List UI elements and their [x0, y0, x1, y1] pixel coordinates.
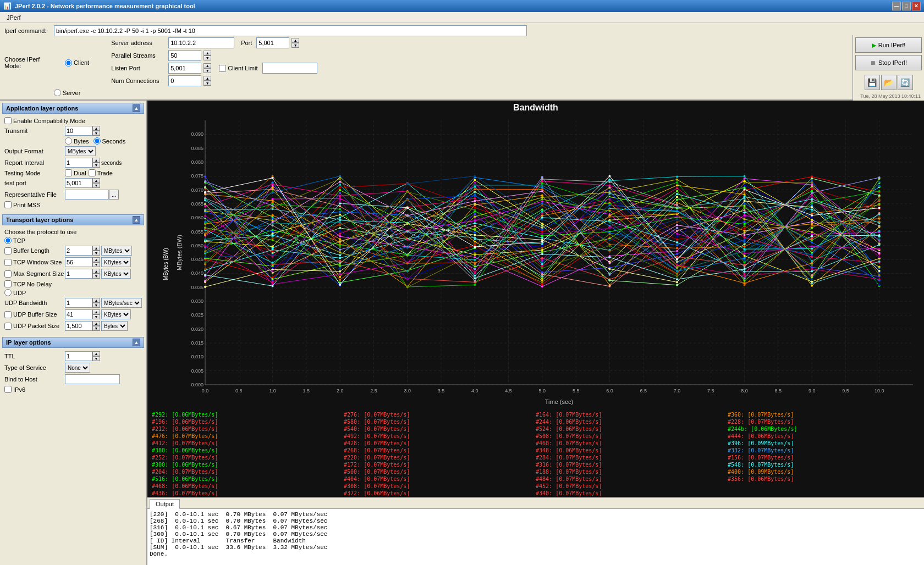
- listen-port-spinner[interactable]: ▲ ▼: [204, 63, 211, 73]
- udp-packet-checkbox[interactable]: [4, 323, 12, 330]
- port-spinner[interactable]: ▲ ▼: [292, 38, 299, 48]
- tcp-nodelay-checkbox[interactable]: [4, 280, 12, 287]
- report-down[interactable]: ▼: [92, 163, 100, 168]
- server-radio-label[interactable]: Server: [54, 89, 80, 96]
- print-mss-checkbox[interactable]: [4, 201, 12, 208]
- udp-packet-unit[interactable]: Bytes: [101, 321, 128, 331]
- udp-packet-input[interactable]: [65, 321, 92, 331]
- tcp-window-checkbox[interactable]: [4, 259, 12, 266]
- listen-port-down[interactable]: ▼: [204, 68, 211, 73]
- tcp-window-unit[interactable]: KBytes: [101, 257, 131, 267]
- udp-packet-label[interactable]: UDP Packet Size: [4, 323, 65, 330]
- enable-compat-checkbox[interactable]: [4, 117, 12, 124]
- load-config-button[interactable]: 📂: [881, 75, 897, 90]
- udp-buffer-label[interactable]: UDP Buffer Size: [4, 311, 65, 318]
- udp-buffer-checkbox[interactable]: [4, 311, 12, 318]
- udp-buffer-spinner[interactable]: ▲ ▼: [92, 309, 100, 319]
- buffer-length-checkbox[interactable]: [4, 247, 12, 254]
- udp-bandwidth-input[interactable]: [65, 298, 92, 308]
- buffer-length-input[interactable]: [65, 246, 92, 256]
- num-connections-spinner[interactable]: ▲ ▼: [204, 76, 211, 86]
- ipv6-checkbox[interactable]: [4, 386, 12, 393]
- tcp-window-spinner[interactable]: ▲ ▼: [92, 257, 100, 267]
- max-seg-checkbox[interactable]: [4, 270, 12, 278]
- save-config-button[interactable]: 💾: [865, 75, 880, 90]
- bind-host-input[interactable]: [65, 374, 120, 384]
- buffer-length-spinner[interactable]: ▲ ▼: [92, 246, 100, 256]
- transmit-input[interactable]: [65, 126, 92, 136]
- test-port-input[interactable]: [65, 178, 92, 188]
- output-tab[interactable]: Output: [150, 499, 180, 509]
- port-input[interactable]: [256, 37, 289, 48]
- enable-compat-label[interactable]: Enable Compatibility Mode: [4, 117, 85, 124]
- ip-layer-header[interactable]: IP layer options ▲: [2, 337, 144, 348]
- parallel-streams-input[interactable]: [168, 50, 201, 61]
- client-radio-label[interactable]: Client: [65, 59, 89, 67]
- parallel-down[interactable]: ▼: [204, 56, 211, 60]
- report-interval-spinner[interactable]: ▲ ▼: [92, 158, 100, 168]
- bytes-radio[interactable]: [65, 137, 72, 145]
- dual-label[interactable]: Dual: [65, 169, 86, 176]
- seconds-radio-label[interactable]: Seconds: [94, 137, 126, 145]
- udp-radio-label[interactable]: UDP: [4, 289, 26, 296]
- listen-port-up[interactable]: ▲: [204, 63, 211, 68]
- refresh-button[interactable]: 🔄: [898, 75, 913, 90]
- trade-label[interactable]: Trade: [89, 169, 113, 176]
- tcp-radio[interactable]: [4, 237, 12, 244]
- udp-buffer-unit[interactable]: KBytes: [101, 309, 131, 319]
- maximize-button[interactable]: □: [902, 2, 911, 10]
- parallel-up[interactable]: ▲: [204, 51, 211, 56]
- run-iperf-button[interactable]: ▶ Run IPerf!: [855, 37, 922, 53]
- max-seg-spinner[interactable]: ▲ ▼: [92, 269, 100, 279]
- test-port-down[interactable]: ▼: [92, 183, 100, 188]
- tcp-window-input[interactable]: [65, 257, 92, 267]
- client-limit-checkbox[interactable]: [219, 65, 226, 72]
- report-up[interactable]: ▲: [92, 158, 100, 163]
- bytes-radio-label[interactable]: Bytes: [65, 137, 89, 145]
- parallel-spinner[interactable]: ▲ ▼: [204, 51, 211, 60]
- app-layer-collapse[interactable]: ▲: [133, 104, 140, 112]
- udp-bandwidth-unit[interactable]: MBytes/sec: [101, 298, 142, 308]
- listen-port-input[interactable]: [168, 63, 201, 74]
- server-radio[interactable]: [54, 89, 61, 96]
- port-down[interactable]: ▼: [292, 43, 299, 48]
- test-port-spinner[interactable]: ▲ ▼: [92, 178, 100, 188]
- rep-file-input[interactable]: [65, 190, 109, 200]
- transmit-down[interactable]: ▼: [92, 131, 100, 136]
- ipv6-label[interactable]: IPv6: [4, 386, 25, 393]
- server-address-input[interactable]: [168, 37, 234, 48]
- client-radio[interactable]: [65, 59, 72, 67]
- ttl-spinner[interactable]: ▲ ▼: [92, 351, 100, 361]
- seconds-radio[interactable]: [94, 137, 101, 145]
- max-seg-unit[interactable]: KBytes: [101, 269, 131, 279]
- test-port-up[interactable]: ▲: [92, 178, 100, 183]
- transport-layer-collapse[interactable]: ▲: [133, 216, 140, 224]
- menu-jperf[interactable]: JPerf: [2, 13, 25, 22]
- report-interval-input[interactable]: [65, 158, 92, 168]
- tcp-nodelay-label[interactable]: TCP No Delay: [4, 280, 52, 287]
- close-button[interactable]: ✕: [912, 2, 921, 10]
- udp-radio[interactable]: [4, 289, 12, 296]
- tcp-radio-label[interactable]: TCP: [4, 237, 25, 244]
- buffer-length-unit[interactable]: MBytes: [101, 246, 132, 256]
- buffer-length-label[interactable]: Buffer Length: [4, 247, 65, 254]
- dual-checkbox[interactable]: [65, 169, 72, 176]
- ip-layer-collapse[interactable]: ▲: [133, 339, 140, 346]
- udp-buffer-input[interactable]: [65, 309, 92, 319]
- iperf-command-input[interactable]: [54, 25, 527, 36]
- num-connections-up[interactable]: ▲: [204, 76, 211, 81]
- browse-button[interactable]: ...: [109, 190, 119, 200]
- trade-checkbox[interactable]: [89, 169, 96, 176]
- tcp-window-label[interactable]: TCP Window Size: [4, 259, 65, 266]
- port-up[interactable]: ▲: [292, 38, 299, 43]
- client-limit-input[interactable]: [262, 63, 317, 74]
- ttl-input[interactable]: [65, 351, 92, 361]
- transmit-up[interactable]: ▲: [92, 126, 100, 131]
- udp-bandwidth-spinner[interactable]: ▲ ▼: [92, 298, 100, 308]
- output-format-select[interactable]: MBytes: [65, 146, 96, 156]
- transport-layer-header[interactable]: Transport layer options ▲: [2, 214, 144, 225]
- num-connections-down[interactable]: ▼: [204, 81, 211, 86]
- transmit-spinner[interactable]: ▲ ▼: [92, 126, 100, 136]
- num-connections-input[interactable]: [168, 75, 201, 86]
- max-seg-label[interactable]: Max Segment Size: [4, 270, 65, 278]
